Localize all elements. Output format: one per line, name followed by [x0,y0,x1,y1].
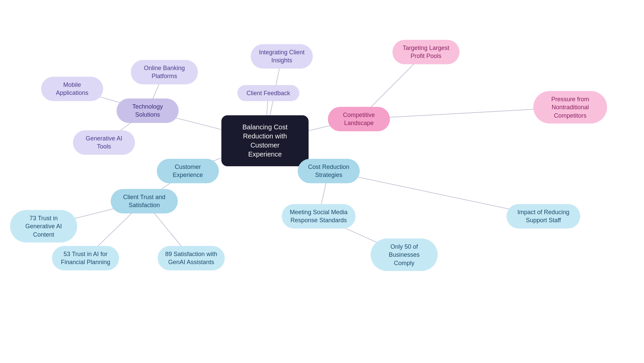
node-customer-exp[interactable]: Customer Experience [157,159,219,183]
node-gen-ai-tools[interactable]: Generative AI Tools [73,130,135,155]
node-client-feedback[interactable]: Client Feedback [237,85,300,101]
node-client-trust[interactable]: Client Trust and Satisfaction [111,189,178,214]
node-pressure[interactable]: Pressure from Nontraditional Competitors [533,91,607,124]
node-integrating[interactable]: Integrating Client Insights [251,44,313,69]
mind-map-canvas: Balancing Cost Reduction with Customer E… [0,0,644,363]
node-meeting-social[interactable]: Meeting Social Media Response Standards [282,204,356,229]
node-targeting[interactable]: Targeting Largest Profit Pools [392,40,460,64]
node-competitive[interactable]: Competitive Landscape [328,107,390,131]
node-mobile-apps[interactable]: Mobile Applications [41,77,103,101]
node-impact-support[interactable]: Impact of Reducing Support Staff [506,204,580,229]
node-tech-solutions[interactable]: Technology Solutions [117,99,179,123]
node-cost-reduction[interactable]: Cost Reduction Strategies [298,159,360,183]
node-satisfaction-gen[interactable]: 89 Satisfaction with GenAI Assistants [158,246,225,270]
node-trust-gen-ai[interactable]: 73 Trust in Generative AI Content [10,210,77,243]
center-node[interactable]: Balancing Cost Reduction with Customer E… [221,115,309,166]
node-only-50[interactable]: Only 50 of Businesses Comply [371,239,438,271]
node-trust-financial[interactable]: 53 Trust in AI for Financial Planning [52,246,119,270]
node-online-banking[interactable]: Online Banking Platforms [131,60,198,84]
